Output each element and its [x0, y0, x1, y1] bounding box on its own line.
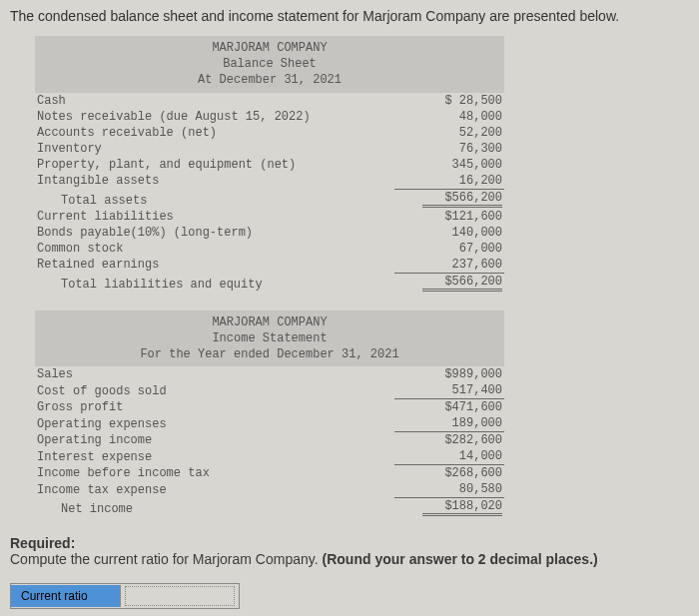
answer-row: Current ratio [10, 583, 240, 609]
is-company: MARJORAM COMPANY [35, 314, 504, 330]
row-amount: 237,600 [394, 257, 504, 274]
table-row: Accounts receivable (net)52,200 [35, 125, 504, 141]
required-text: Compute the current ratio for Marjoram C… [10, 551, 323, 567]
row-label: Net income [35, 498, 394, 518]
row-label: Cash [35, 93, 394, 109]
table-row: Common stock67,000 [35, 241, 504, 257]
table-row: Property, plant, and equipment (net)345,… [35, 157, 504, 173]
row-label: Cost of goods sold [35, 382, 394, 399]
balance-sheet-header: MARJORAM COMPANY Balance Sheet At Decemb… [35, 36, 504, 93]
table-row: Cost of goods sold517,400 [35, 382, 504, 399]
row-label: Income tax expense [35, 481, 394, 498]
table-row: Total assets$566,200 [35, 189, 504, 209]
row-label: Bonds payable(10%) (long-term) [35, 225, 394, 241]
row-label: Operating income [35, 432, 394, 449]
row-amount: $471,600 [394, 399, 504, 416]
row-label: Current liabilities [35, 209, 394, 225]
answer-input-cell [121, 584, 239, 608]
table-row: Total liabilities and equity$566,200 [35, 273, 504, 293]
row-label: Income before income tax [35, 465, 394, 482]
table-row: Intangible assets16,200 [35, 173, 504, 190]
row-label: Gross profit [35, 399, 394, 416]
table-row: Net income$188,020 [35, 498, 504, 518]
table-row: Inventory76,300 [35, 141, 504, 157]
table-row: Bonds payable(10%) (long-term)140,000 [35, 225, 504, 241]
bs-title: Balance Sheet [35, 56, 504, 72]
row-label: Total liabilities and equity [35, 273, 394, 293]
row-amount: $989,000 [394, 366, 504, 382]
row-label: Interest expense [35, 448, 394, 465]
table-row: Sales$989,000 [35, 366, 504, 382]
row-label: Common stock [35, 241, 394, 257]
row-amount: 189,000 [394, 415, 504, 432]
table-row: Retained earnings237,600 [35, 257, 504, 274]
is-date: For the Year ended December 31, 2021 [35, 346, 504, 362]
intro-text: The condensed balance sheet and income s… [10, 8, 689, 24]
row-amount: 52,200 [394, 125, 504, 141]
table-row: Notes receivable (due August 15, 2022)48… [35, 109, 504, 125]
table-row: Operating income$282,600 [35, 432, 504, 449]
row-amount: 80,580 [394, 481, 504, 498]
row-amount: 140,000 [394, 225, 504, 241]
table-row: Cash$ 28,500 [35, 93, 504, 109]
current-ratio-input[interactable] [125, 586, 235, 606]
row-amount: $188,020 [394, 498, 504, 518]
table-row: Operating expenses189,000 [35, 415, 504, 432]
balance-sheet: MARJORAM COMPANY Balance Sheet At Decemb… [10, 36, 689, 293]
row-amount: 345,000 [394, 157, 504, 173]
row-label: Notes receivable (due August 15, 2022) [35, 109, 394, 125]
table-row: Current liabilities$121,600 [35, 209, 504, 225]
row-label: Sales [35, 366, 394, 382]
table-row: Gross profit$471,600 [35, 399, 504, 416]
row-amount: $566,200 [394, 189, 504, 209]
table-row: Income tax expense80,580 [35, 481, 504, 498]
row-label: Operating expenses [35, 415, 394, 432]
row-label: Retained earnings [35, 257, 394, 274]
row-amount: $566,200 [394, 273, 504, 293]
row-amount: 67,000 [394, 241, 504, 257]
bs-company: MARJORAM COMPANY [35, 40, 504, 56]
row-amount: $ 28,500 [394, 93, 504, 109]
required-label: Required: [10, 535, 689, 551]
bs-date: At December 31, 2021 [35, 72, 504, 88]
is-title: Income Statement [35, 330, 504, 346]
row-label: Total assets [35, 189, 394, 209]
income-statement-table: Sales$989,000Cost of goods sold517,400Gr… [35, 366, 504, 517]
row-label: Intangible assets [35, 173, 394, 190]
row-amount: 48,000 [394, 109, 504, 125]
balance-sheet-table: Cash$ 28,500Notes receivable (due August… [35, 93, 504, 293]
row-amount: 14,000 [394, 448, 504, 465]
row-label: Inventory [35, 141, 394, 157]
row-amount: 76,300 [394, 141, 504, 157]
income-statement-header: MARJORAM COMPANY Income Statement For th… [35, 310, 504, 367]
row-label: Accounts receivable (net) [35, 125, 394, 141]
row-amount: $282,600 [394, 432, 504, 449]
required-note: (Round your answer to 2 decimal places.) [323, 551, 598, 567]
table-row: Income before income tax$268,600 [35, 465, 504, 482]
required-section: Required: Compute the current ratio for … [10, 535, 689, 567]
row-amount: $121,600 [394, 209, 504, 225]
row-amount: 517,400 [394, 382, 504, 399]
answer-label: Current ratio [11, 585, 121, 607]
table-row: Interest expense14,000 [35, 448, 504, 465]
required-text-line: Compute the current ratio for Marjoram C… [10, 551, 689, 567]
row-label: Property, plant, and equipment (net) [35, 157, 394, 173]
row-amount: $268,600 [394, 465, 504, 482]
row-amount: 16,200 [394, 173, 504, 190]
income-statement: MARJORAM COMPANY Income Statement For th… [10, 310, 689, 518]
